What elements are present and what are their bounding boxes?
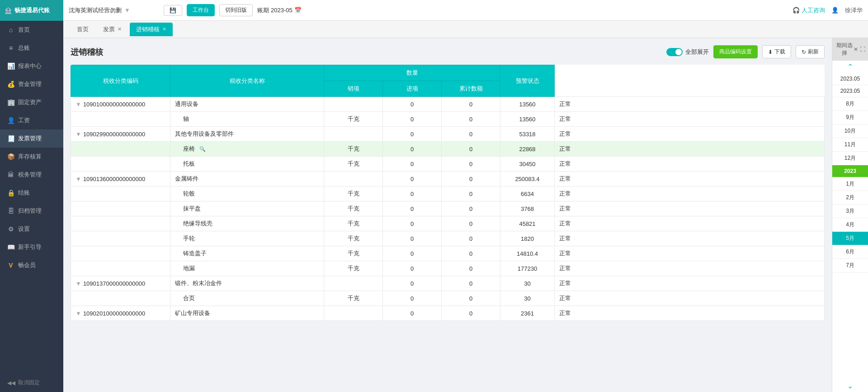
cell-code [71, 186, 170, 201]
company-selector[interactable]: 沈海英测试经营勿删 ▼ [69, 6, 159, 14]
col-purchase: 进项 [383, 81, 442, 97]
company-dropdown-icon[interactable]: ▼ [124, 7, 130, 14]
archive-icon: 🗄 [7, 207, 14, 215]
cell-name: 通用设备 [170, 97, 324, 112]
cell-unit: 千克 [324, 157, 383, 172]
expand-toggle-label: 全部展开 [685, 48, 709, 56]
sidebar-item-label: 税务管理 [18, 171, 42, 179]
expand-toggle[interactable]: 全部展开 [666, 48, 709, 56]
cell-unit: 千克 [324, 291, 383, 306]
cell-code: ▼1090201000000000000 [71, 306, 170, 321]
period-selector[interactable]: 账期 2023-05 📅 [257, 6, 302, 14]
sidebar-item-label: 发票管理 [18, 134, 42, 143]
cell-name: 座椅 🔍 [170, 142, 324, 157]
payroll-icon: 👤 [7, 117, 14, 124]
sidebar-item-label: 工资 [18, 116, 30, 124]
sidebar-item-ledger[interactable]: ≡ 总账 [0, 39, 63, 57]
closing-icon: 🔒 [7, 189, 14, 196]
home-icon: ⌂ [7, 26, 14, 33]
tab-reconcile-close[interactable]: ✕ [162, 26, 166, 32]
cell-purchase: 0 [442, 112, 500, 127]
service-button[interactable]: 🎧 人工咨询 [793, 6, 825, 14]
cell-name: 矿山专用设备 [170, 306, 324, 321]
data-table: 税收分类编码 税收分类名称 数量 预警状态 销项 进项 累计数额 ▼109010… [71, 65, 825, 321]
sidebar-item-label: 总账 [18, 44, 30, 52]
tab-reconcile[interactable]: 进销稽核 ✕ [130, 23, 173, 36]
period-month-item[interactable]: 6月 [832, 245, 868, 259]
tab-invoice[interactable]: 发票 ✕ [97, 23, 128, 36]
period-month-item[interactable]: 7月 [832, 259, 868, 272]
tabbar: 首页 发票 ✕ 进销稽核 ✕ [63, 21, 868, 38]
cell-sales: 0 [383, 306, 442, 321]
period-scroll-down[interactable]: ⌄ [832, 380, 868, 392]
save-button[interactable]: 💾 [164, 5, 182, 16]
sidebar-item-archive[interactable]: 🗄 归档管理 [0, 202, 63, 220]
workbench-button[interactable]: 工作台 [187, 4, 215, 16]
cell-unit [324, 306, 383, 321]
assets-icon: 🏢 [7, 99, 14, 106]
sidebar-item-guide[interactable]: 📖 新手引导 [0, 238, 63, 256]
cell-sales: 0 [383, 127, 442, 142]
refresh-icon: ↻ [802, 49, 806, 55]
sidebar-item-reports[interactable]: 📊 报表中心 [0, 57, 63, 75]
period-scroll-up[interactable]: ⌃ [832, 61, 868, 73]
cancel-fixed-button[interactable]: ◀◀ 取消固定 [0, 373, 63, 392]
cell-sales: 0 [383, 276, 442, 291]
sidebar-item-assets[interactable]: 🏢 固定资产 [0, 93, 63, 111]
period-month-item[interactable]: 5月 [832, 232, 868, 245]
panel-expand-button[interactable]: ⛶ [860, 46, 865, 53]
cell-unit: 千克 [324, 186, 383, 201]
sidebar-item-vip[interactable]: V 畅会员 [0, 256, 63, 274]
tab-invoice-close[interactable]: ✕ [118, 26, 122, 32]
sidebar-item-closing[interactable]: 🔒 结账 [0, 184, 63, 202]
sidebar-item-invoice[interactable]: 🧾 发票管理 [0, 129, 63, 148]
download-button[interactable]: ⬇ 下载 [762, 45, 791, 58]
topbar: 沈海英测试经营勿删 ▼ 💾 工作台 切到旧版 账期 2023-05 📅 🎧 人工… [63, 0, 868, 21]
panel-minimize-button[interactable]: ✕ [854, 46, 858, 53]
cell-total: 30450 [500, 157, 555, 172]
funds-icon: 💰 [7, 81, 14, 88]
period-month-item[interactable]: 11月 [832, 138, 868, 152]
cell-unit: 千克 [324, 142, 383, 157]
cell-name: 地漏 [170, 261, 324, 276]
cell-name: 托板 [170, 157, 324, 172]
sidebar-item-inventory[interactable]: 📦 库存核算 [0, 148, 63, 166]
cell-warning: 正常 [555, 172, 825, 186]
product-code-button[interactable]: 商品编码设置 [713, 45, 758, 58]
period-month-item[interactable]: 10月 [832, 124, 868, 138]
period-item[interactable]: 2023.05 [832, 85, 868, 97]
cell-warning: 正常 [555, 157, 825, 172]
sidebar-item-payroll[interactable]: 👤 工资 [0, 111, 63, 129]
sidebar-item-funds[interactable]: 💰 资金管理 [0, 75, 63, 93]
period-month-item[interactable]: 2023 [832, 165, 868, 177]
period-month-item[interactable]: 1月 [832, 177, 868, 191]
cell-code [71, 201, 170, 216]
expand-toggle-switch[interactable] [666, 48, 683, 56]
refresh-button[interactable]: ↻ 刷新 [796, 45, 825, 58]
period-month-item[interactable]: 2月 [832, 191, 868, 205]
period-month-item[interactable]: 8月 [832, 97, 868, 111]
switch-old-button[interactable]: 切到旧版 [219, 4, 253, 16]
period-month-item[interactable]: 3月 [832, 205, 868, 218]
cell-name: 轮毂 [170, 186, 324, 201]
sidebar-item-tax[interactable]: 🏛 税务管理 [0, 166, 63, 184]
sidebar-item-settings[interactable]: ⚙ 设置 [0, 220, 63, 238]
cell-code: ▼1090299000000000000 [71, 127, 170, 142]
tab-home[interactable]: 首页 [71, 23, 95, 36]
reports-icon: 📊 [7, 62, 14, 70]
cell-sales: 0 [383, 261, 442, 276]
panel-ctrl-buttons: ✕ ⛶ [854, 46, 865, 53]
period-month-item[interactable]: 4月 [832, 218, 868, 232]
page-actions: 全部展开 商品编码设置 ⬇ 下载 ↻ 刷新 [666, 45, 825, 58]
tab-home-label: 首页 [77, 25, 89, 33]
cell-total: 53318 [500, 127, 555, 142]
sidebar-item-home[interactable]: ⌂ 首页 [0, 21, 63, 39]
cell-total: 13560 [500, 97, 555, 112]
period-month-item[interactable]: 9月 [832, 111, 868, 124]
period-month-item[interactable]: 12月 [832, 152, 868, 165]
cell-unit [324, 276, 383, 291]
calendar-icon[interactable]: 📅 [294, 7, 302, 14]
cell-unit: 千克 [324, 112, 383, 127]
sidebar-item-label: 设置 [18, 225, 30, 233]
period-item[interactable]: 2023.05 [832, 73, 868, 85]
